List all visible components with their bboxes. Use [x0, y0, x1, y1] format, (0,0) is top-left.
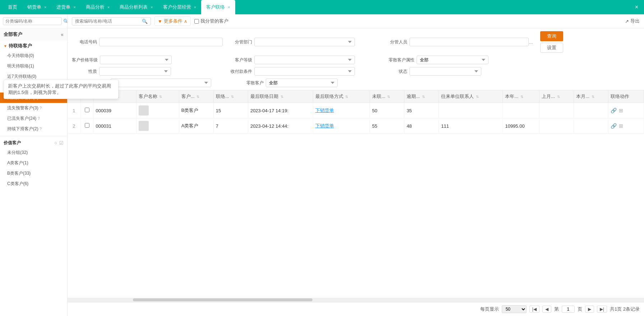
export-button[interactable]: ↗ 导出: [625, 18, 640, 24]
pagination-bar: 每页显示 50 100 200 |◀ ◀ 第 页 ▶ ▶| 共1页 2条记录: [68, 302, 644, 316]
sidebar-item-declining[interactable]: 持续下滑客户(2) ?: [0, 124, 67, 134]
td-contacts: [439, 103, 503, 118]
td-actions: 🔗 ⊞: [608, 118, 644, 134]
customer-level-select[interactable]: [254, 56, 355, 64]
prev-page-btn[interactable]: ◀: [542, 306, 551, 313]
dept-field: 分管部门: [227, 38, 378, 46]
td-last-contact-method[interactable]: 下销货单: [313, 103, 370, 118]
nav-sales-close[interactable]: ×: [44, 0, 46, 14]
top-nav: 首页 销货单 × 进货单 × 商品分析 × 商品分析列表 × 客户分层经营 × …: [0, 0, 644, 14]
next-page-btn[interactable]: ▶: [585, 306, 594, 313]
th-current-year: 本年... ⇅: [503, 90, 539, 103]
table-row: 1 000039 B类客户 15 2023-04-17 14:19: 下销货单 …: [68, 103, 644, 118]
nav-product-analysis[interactable]: 商品分析 ×: [81, 0, 115, 14]
manager-label: 分管人员: [382, 39, 407, 45]
td-checkbox[interactable]: [80, 103, 93, 118]
td-current-month: [574, 118, 608, 134]
value-customer-icon1[interactable]: ○: [54, 140, 57, 146]
price-level-select[interactable]: [100, 56, 172, 64]
th-current-month: 本月... ⇅: [574, 90, 608, 103]
price-level-field: 客户价格等级: [72, 56, 223, 64]
payment-select[interactable]: [254, 67, 355, 76]
query-button[interactable]: 查询: [540, 31, 563, 41]
retail-attr-select[interactable]: 全部: [417, 56, 488, 64]
sidebar-search-icon[interactable]: 🔍: [63, 19, 68, 24]
nav-home[interactable]: 首页: [3, 0, 22, 14]
action-link-icon[interactable]: 🔗: [611, 108, 617, 113]
my-customers-label: 我分管的客户: [200, 18, 228, 24]
search-input[interactable]: [75, 19, 142, 24]
manager-more-icon[interactable]: ...: [529, 39, 533, 45]
sidebar-item-a-class[interactable]: A类客户(1): [0, 158, 67, 168]
page-label-suffix: 页: [578, 306, 582, 312]
settings-button[interactable]: 设置: [540, 43, 563, 53]
nav-purchase[interactable]: 进货单 ×: [51, 0, 80, 14]
horizontal-scrollbar[interactable]: [68, 298, 644, 302]
sidebar-item-b-class[interactable]: B类客户(33): [0, 168, 67, 179]
sidebar-item-c-class[interactable]: C类客户(6): [0, 179, 67, 189]
status-select[interactable]: [409, 67, 481, 76]
manager-field: 分管人员 ...: [382, 38, 533, 46]
gender-select[interactable]: [99, 67, 171, 76]
td-contact-count: 15: [213, 103, 248, 118]
sidebar-search-input[interactable]: [3, 17, 62, 25]
sidebar-item-ungroup[interactable]: 未分组(32): [0, 147, 67, 158]
td-checkbox[interactable]: [80, 118, 93, 134]
first-page-btn[interactable]: |◀: [529, 306, 539, 313]
scroll-thumb[interactable]: [133, 298, 312, 301]
search-icon[interactable]: 🔍: [142, 19, 148, 24]
nav-customer-segment[interactable]: 客户分层经营 ×: [158, 0, 201, 14]
sidebar-item-churn-warning[interactable]: 流失预警客户(3) ?: [0, 103, 67, 113]
td-contacts: 111: [439, 118, 503, 134]
action-link-icon[interactable]: 🔗: [611, 123, 617, 129]
td-last-contact-date: 2023-04-12 14:44:: [248, 118, 313, 134]
dept-select[interactable]: [254, 38, 355, 46]
sidebar: 🔍 全部客户 « ▼ 待联络客户 今天待联络(0) 明天待联络(1) 近7天待联…: [0, 14, 68, 316]
th-last-contact-method: 最后联络方式 ⇅: [313, 90, 370, 103]
th-un-contact: 未联... ⇅: [370, 90, 404, 103]
export-icon: ↗: [625, 19, 629, 24]
nav-customer-contact-close[interactable]: ×: [228, 0, 230, 14]
tooltip-text: 距客户上次交易时长，超过了此客户的平均交易周期的1.5倍，则视为异常。: [8, 83, 111, 95]
page-label-prefix: 第: [554, 306, 559, 312]
filter-icon: ▼: [158, 19, 162, 24]
sidebar-item-today[interactable]: 今天待联络(0): [0, 51, 67, 61]
all-customers-header[interactable]: 全部客户 «: [0, 28, 67, 41]
nav-sales[interactable]: 销货单 ×: [22, 0, 51, 14]
status-field: 状态: [382, 67, 533, 76]
more-conditions-btn[interactable]: ▼ 更多条件 ∧: [154, 16, 191, 26]
value-customer-icon2[interactable]: ☑: [59, 140, 64, 146]
gender-field: 性质: [72, 67, 223, 76]
sidebar-item-churned[interactable]: 已流失客户(24) ?: [0, 113, 67, 124]
phone-input[interactable]: [99, 38, 223, 46]
last-page-btn[interactable]: ▶|: [597, 306, 607, 313]
action-grid-icon[interactable]: ⊞: [619, 108, 623, 113]
customer-type-select[interactable]: [111, 79, 211, 87]
sidebar-collapse-icon[interactable]: «: [61, 32, 64, 37]
my-customers-checkbox-wrapper[interactable]: 我分管的客户: [194, 18, 228, 24]
nav-customer-segment-close[interactable]: ×: [194, 0, 196, 14]
td-current-month: [574, 103, 608, 118]
customer-level-label: 客户等级: [227, 57, 252, 63]
per-page-select[interactable]: 50 100 200: [502, 305, 527, 313]
export-label: 导出: [630, 18, 640, 24]
nav-product-list-close[interactable]: ×: [150, 0, 153, 14]
nav-product-analysis-close[interactable]: ×: [107, 0, 110, 14]
nav-purchase-close[interactable]: ×: [73, 0, 75, 14]
all-customers-label: 全部客户: [4, 31, 22, 38]
content-area: 🔍 ▼ 更多条件 ∧ 我分管的客户 ↗ 导出 电话号码: [68, 14, 644, 316]
retail-customer-select[interactable]: 全部: [266, 79, 338, 87]
action-grid-icon[interactable]: ⊞: [619, 123, 623, 129]
my-customers-checkbox[interactable]: [194, 19, 199, 24]
pending-contact-arrow: ▼: [4, 44, 7, 48]
nav-product-list[interactable]: 商品分析列表 ×: [115, 0, 158, 14]
manager-input[interactable]: [409, 38, 529, 46]
window-close-button[interactable]: ×: [632, 4, 641, 10]
td-last-contact-method[interactable]: 下销货单: [313, 118, 370, 134]
page-number-input[interactable]: [562, 306, 575, 313]
th-overdue: 逾期... ⇅: [404, 90, 439, 103]
sidebar-item-tomorrow[interactable]: 明天待联络(1): [0, 61, 67, 71]
nav-customer-contact[interactable]: 客户联络 ×: [201, 0, 235, 14]
status-label: 状态: [382, 69, 407, 75]
td-un-contact: 55: [370, 118, 404, 134]
